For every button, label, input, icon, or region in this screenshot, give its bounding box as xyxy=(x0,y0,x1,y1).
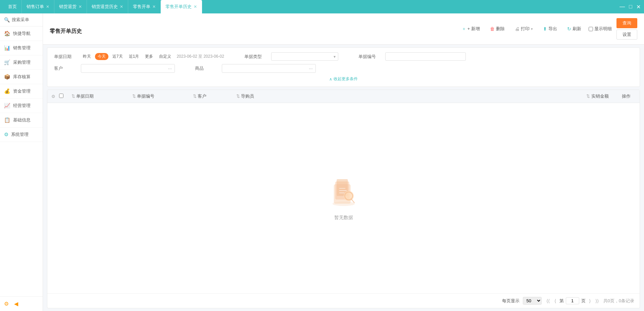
pagination: 每页显示 50 10 20 100 ⟨⟨ ⟨ 第 页 ⟩ ⟩⟩ 共0页，0条记录 xyxy=(47,293,640,308)
display-checkbox[interactable] xyxy=(589,27,593,31)
collapse-arrow-icon: ∧ xyxy=(329,77,332,82)
date-last7[interactable]: 近7天 xyxy=(110,53,125,60)
sidebar-item-finance-label: 资金管理 xyxy=(13,88,31,94)
tab-home-label: 首页 xyxy=(8,4,17,10)
date-last1month[interactable]: 近1月 xyxy=(127,53,141,60)
sidebar-item-sales-mgmt[interactable]: 📊 销售管理 xyxy=(0,41,43,55)
sidebar-item-inventory[interactable]: 📦 库存核算 xyxy=(0,70,43,84)
goods-dots-icon[interactable]: ··· xyxy=(309,66,313,71)
th-salesperson: ⇅ 导购员 xyxy=(232,90,284,103)
select-all-checkbox[interactable] xyxy=(59,94,63,98)
sidebar-item-quick-nav-label: 快捷导航 xyxy=(13,31,31,37)
goods-input[interactable] xyxy=(225,66,309,71)
date-yesterday[interactable]: 昨天 xyxy=(81,53,93,60)
prev-page-button[interactable]: ⟨ xyxy=(553,298,557,304)
th-salesperson-sort-icon[interactable]: ⇅ xyxy=(236,94,240,99)
sidebar-collapse-icon[interactable]: ◀ xyxy=(14,301,18,307)
number-input[interactable] xyxy=(385,52,466,61)
top-tabbar: 首页 销售订单 ✕ 销货退货 ✕ 销货退货历史 ✕ 零售开单 ✕ 零售开单历史 … xyxy=(0,0,644,13)
maximize-button[interactable]: □ xyxy=(629,4,632,10)
collapse-filter[interactable]: ∧ 收起更多条件 xyxy=(54,76,633,82)
close-button[interactable]: ✕ xyxy=(636,4,641,10)
settings-gear-icon[interactable]: ⚙ xyxy=(4,301,9,307)
th-customer: ⇅ 客户 xyxy=(189,90,232,103)
sidebar-item-purchase-mgmt-label: 采购管理 xyxy=(13,59,31,65)
date-today[interactable]: 今天 xyxy=(95,53,108,60)
filter-row-2: 客户 ··· 商品 ··· xyxy=(54,64,633,73)
tab-sales-order-close[interactable]: ✕ xyxy=(46,4,49,9)
date-more[interactable]: 更多 xyxy=(143,53,155,60)
page-title: 零售开单历史 xyxy=(50,28,82,35)
home-icon: 🏠 xyxy=(4,31,10,37)
sidebar-item-operations[interactable]: 📈 经营管理 xyxy=(0,99,43,113)
table-area: ⚙ ⇅ 单据日期 ⇅ 单据编号 xyxy=(47,90,640,308)
sidebar-item-quick-nav[interactable]: 🏠 快捷导航 xyxy=(0,27,43,41)
th-date-sort-icon[interactable]: ⇅ xyxy=(71,94,75,99)
tab-retail-open[interactable]: 零售开单 ✕ xyxy=(128,0,161,13)
th-amount-sort-icon[interactable]: ⇅ xyxy=(586,94,590,99)
tab-retail-open-label: 零售开单 xyxy=(133,4,150,10)
tab-sales-return-history-close[interactable]: ✕ xyxy=(120,4,123,9)
page-actions: ＋ + 新增 🗑 删除 🖨 打印 ▾ ⬆ 导出 ↻ xyxy=(459,18,637,44)
th-number: ⇅ 单据编号 xyxy=(128,90,189,103)
tab-sales-return-history[interactable]: 销货退货历史 ✕ xyxy=(87,0,128,13)
action-btns-right: 查询 设置 xyxy=(616,18,637,40)
page-nav: ⟨⟨ ⟨ 第 页 ⟩ ⟩⟩ xyxy=(545,297,600,304)
customer-filter-label: 客户 xyxy=(54,65,74,71)
tab-sales-order[interactable]: 销售订单 ✕ xyxy=(22,0,54,13)
data-table: ⚙ ⇅ 单据日期 ⇅ 单据编号 xyxy=(47,90,640,103)
minimize-button[interactable]: — xyxy=(620,4,625,10)
sidebar-search[interactable]: 🔍 搜索采单 xyxy=(0,13,43,27)
refresh-icon: ↻ xyxy=(567,26,571,32)
date-custom[interactable]: 自定义 xyxy=(157,53,173,60)
purchase-icon: 🛒 xyxy=(4,59,10,65)
per-page-label: 每页显示 xyxy=(502,298,519,304)
query-button[interactable]: 查询 xyxy=(616,18,637,28)
sidebar-item-inventory-label: 库存核算 xyxy=(13,74,31,80)
table-header-row: ⚙ ⇅ 单据日期 ⇅ 单据编号 xyxy=(47,90,640,103)
refresh-button[interactable]: ↻ 刷新 xyxy=(564,24,584,33)
th-amount: ⇅ 实销金额 xyxy=(552,90,613,103)
next-page-button[interactable]: ⟩ xyxy=(588,298,592,304)
customer-input[interactable] xyxy=(84,66,168,71)
tab-home[interactable]: 首页 xyxy=(3,0,22,13)
tab-sales-return-history-label: 销货退货历史 xyxy=(92,4,118,10)
goods-filter-label: 商品 xyxy=(195,65,215,71)
sidebar-bottom: ⚙ ◀ xyxy=(0,296,43,311)
delete-icon: 🗑 xyxy=(490,26,495,32)
empty-text: 暂无数据 xyxy=(334,215,353,221)
add-button[interactable]: ＋ + 新增 xyxy=(459,24,483,33)
display-toggle[interactable]: 显示明细 xyxy=(589,26,612,32)
th-number-sort-icon[interactable]: ⇅ xyxy=(132,94,136,99)
per-page-select[interactable]: 50 10 20 100 xyxy=(523,297,542,305)
tab-retail-history-close[interactable]: ✕ xyxy=(194,4,197,9)
sidebar-item-sys-mgmt[interactable]: ⚙ 系统管理 xyxy=(0,127,43,142)
type-select[interactable] xyxy=(271,52,338,61)
print-button[interactable]: 🖨 打印 ▾ xyxy=(512,24,536,33)
main-layout: 🔍 搜索采单 🏠 快捷导航 📊 销售管理 🛒 采购管理 📦 库存核算 💰 资金管… xyxy=(0,13,644,311)
sidebar-item-basic-info-label: 基础信息 xyxy=(13,117,31,123)
th-customer-sort-icon[interactable]: ⇅ xyxy=(193,94,197,99)
sidebar-item-purchase-mgmt[interactable]: 🛒 采购管理 xyxy=(0,55,43,70)
export-button[interactable]: ⬆ 导出 xyxy=(540,24,560,33)
customer-dots-icon[interactable]: ··· xyxy=(168,66,172,71)
last-page-button[interactable]: ⟩⟩ xyxy=(594,298,600,304)
collapse-filter-label: 收起更多条件 xyxy=(334,76,358,82)
sidebar-item-basic-info[interactable]: 📋 基础信息 xyxy=(0,113,43,127)
tab-sales-order-label: 销售订单 xyxy=(27,4,44,10)
delete-button[interactable]: 🗑 删除 xyxy=(487,24,507,33)
tab-retail-history[interactable]: 零售开单历史 ✕ xyxy=(161,0,202,13)
page-number-input[interactable] xyxy=(566,297,579,304)
table-gear-icon[interactable]: ⚙ xyxy=(51,94,55,99)
tab-sales-return-close[interactable]: ✕ xyxy=(79,4,82,9)
basic-info-icon: 📋 xyxy=(4,117,10,123)
tab-sales-return[interactable]: 销货退货 ✕ xyxy=(54,0,87,13)
finance-icon: 💰 xyxy=(4,88,10,94)
th-date: ⇅ 单据日期 xyxy=(67,90,128,103)
sidebar-item-finance[interactable]: 💰 资金管理 xyxy=(0,84,43,99)
page-suffix: 页 xyxy=(581,298,586,304)
settings-button[interactable]: 设置 xyxy=(616,30,637,40)
first-page-button[interactable]: ⟨⟨ xyxy=(545,298,551,304)
tab-retail-open-close[interactable]: ✕ xyxy=(152,4,156,9)
window-controls: — □ ✕ xyxy=(620,4,641,10)
